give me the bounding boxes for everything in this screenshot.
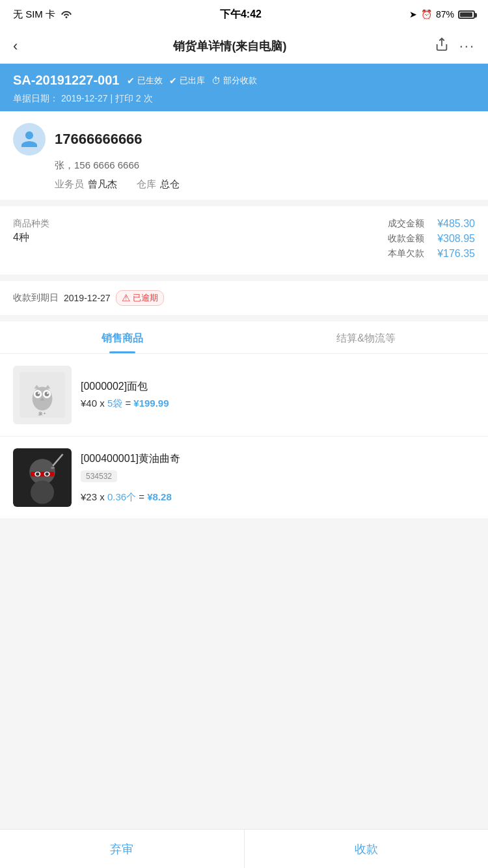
banner-date: 单据日期： 2019-12-27 | 打印 2 次 [13, 93, 475, 105]
amount-label: 成交金额 [388, 218, 424, 230]
abandon-review-label: 弃审 [110, 841, 133, 857]
clock-icon: ⏱ [211, 75, 221, 86]
collect-payment-label: 收款 [355, 841, 378, 857]
summary-card: 商品种类 4种 成交金额 ¥485.30 收款金额 ¥308.95 本单欠款 ¥… [0, 206, 488, 275]
product-name-2: [000400001]黄油曲奇 [81, 452, 475, 466]
location-icon: ➤ [409, 9, 417, 20]
battery-icon [458, 10, 475, 19]
wifi-icon [61, 9, 72, 20]
received-value: ¥308.95 [437, 233, 475, 245]
date-label: 单据日期： [13, 93, 59, 103]
svg-rect-22 [51, 467, 55, 469]
svg-point-18 [36, 472, 39, 476]
product-title-2: 黄油曲奇 [139, 453, 180, 464]
price-total-1: ¥199.99 [133, 398, 169, 409]
banner-badges: ✔ 已生效 ✔ 已出库 ⏱ 部分收款 [127, 75, 257, 87]
table-row: [000400001]黄油曲奇 534532 ¥23 x 0.36个 = ¥8.… [0, 437, 488, 519]
price-qty-1: 5袋 [107, 398, 122, 409]
svg-point-4 [36, 392, 40, 396]
print-count: 2 [136, 93, 141, 103]
sku-badge-container: 534532 [81, 470, 475, 487]
check-icon-2: ✔ [169, 75, 177, 86]
tab-sales-products[interactable]: 销售商品 [0, 321, 244, 353]
badge-shipped: ✔ 已出库 [169, 75, 205, 87]
tab-sales-label: 销售商品 [102, 332, 143, 344]
product-info-2: [000400001]黄油曲奇 534532 ¥23 x 0.36个 = ¥8.… [81, 452, 475, 504]
price-x-1: x [100, 398, 107, 409]
customer-avatar [13, 123, 46, 156]
staff-label: 业务员 [55, 178, 84, 191]
status-right: ➤ ⏰ 87% [409, 9, 475, 20]
header-banner: SA-20191227-001 ✔ 已生效 ✔ 已出库 ⏱ 部分收款 单据日期：… [0, 64, 488, 111]
category-count: 4种 [13, 231, 49, 245]
alarm-icon: ⏰ [421, 9, 432, 20]
sku-badge: 534532 [81, 470, 117, 482]
product-code-1: [0000002] [81, 381, 127, 392]
debt-label: 本单欠款 [388, 248, 424, 260]
price-eq-2: = [139, 491, 147, 502]
badge-active: ✔ 已生效 [127, 75, 163, 87]
badge-partial-text: 部分收款 [223, 75, 257, 87]
product-info-1: [0000002]面包 ¥40 x 5袋 = ¥199.99 [81, 380, 475, 410]
due-date-card: 收款到期日 2019-12-27 ⚠ 已逾期 [0, 281, 488, 315]
customer-info-card: 17666666666 张，156 6666 6666 业务员 曾凡杰 仓库 总… [0, 111, 488, 200]
price-x-2: x [100, 491, 107, 502]
abandon-review-button[interactable]: 弃审 [0, 830, 245, 868]
print-suffix: 次 [144, 93, 153, 103]
amount-row: 成交金额 ¥485.30 [388, 218, 475, 230]
customer-name: 17666666666 [55, 131, 142, 148]
product-name-1: [0000002]面包 [81, 380, 475, 394]
staff-row: 业务员 曾凡杰 仓库 总仓 [13, 178, 475, 191]
badge-shipped-text: 已出库 [180, 75, 205, 87]
product-price-1: ¥40 x 5袋 = ¥199.99 [81, 398, 475, 410]
staff-name: 曾凡杰 [88, 178, 117, 191]
svg-point-6 [38, 392, 40, 394]
status-left: 无 SIM 卡 [13, 8, 72, 21]
svg-point-20 [31, 481, 54, 504]
price-base-1: ¥40 [81, 398, 97, 409]
product-thumb-2 [13, 448, 72, 507]
page-title: 销货单详情(来自电脑) [25, 38, 434, 54]
category-label: 商品种类 [13, 218, 49, 230]
product-title-1: 面包 [127, 381, 148, 392]
products-list: 象+ [0000002]面包 ¥40 x 5袋 = ¥199.99 [0, 354, 488, 519]
overdue-badge: ⚠ 已逾期 [116, 290, 164, 306]
price-base-2: ¥23 [81, 491, 97, 502]
svg-point-5 [45, 392, 49, 396]
customer-row: 17666666666 [13, 123, 475, 156]
more-button[interactable]: ··· [459, 38, 475, 55]
price-eq-1: = [125, 398, 133, 409]
nav-bar: ‹ 销货单详情(来自电脑) ··· [0, 29, 488, 64]
print-label: | 打印 [110, 93, 133, 103]
warehouse-name: 总仓 [160, 178, 180, 191]
warehouse-label: 仓库 [137, 178, 156, 191]
due-date-value: 2019-12-27 [64, 293, 111, 303]
check-icon-1: ✔ [127, 75, 135, 86]
order-id: SA-20191227-001 [13, 73, 119, 88]
carrier-text: 无 SIM 卡 [13, 8, 55, 21]
back-button[interactable]: ‹ [13, 33, 25, 60]
badge-partial: ⏱ 部分收款 [211, 75, 257, 87]
tabs-container: 销售商品 结算&物流等 [0, 321, 488, 354]
badge-active-text: 已生效 [137, 75, 163, 87]
debt-value: ¥176.35 [437, 248, 475, 260]
price-total-2: ¥8.28 [147, 491, 172, 502]
summary-left: 商品种类 4种 [13, 218, 49, 245]
product-code-2: [000400001] [81, 453, 139, 464]
share-button[interactable] [435, 37, 449, 55]
received-label: 收款金额 [388, 233, 424, 245]
bottom-bar: 弃审 收款 [0, 829, 488, 868]
status-time: 下午4:42 [220, 8, 262, 21]
svg-point-7 [47, 392, 49, 394]
received-row: 收款金额 ¥308.95 [388, 233, 475, 245]
amount-value: ¥485.30 [437, 218, 475, 230]
debt-row: 本单欠款 ¥176.35 [388, 248, 475, 260]
battery-percent: 87% [436, 9, 454, 20]
collect-payment-button[interactable]: 收款 [245, 830, 489, 868]
customer-detail: 张，156 6666 6666 [13, 159, 475, 172]
tab-settlement-label: 结算&物流等 [336, 332, 396, 344]
overdue-icon: ⚠ [122, 292, 130, 304]
overdue-text: 已逾期 [133, 292, 158, 304]
date-value: 2019-12-27 [61, 93, 108, 103]
tab-settlement[interactable]: 结算&物流等 [244, 321, 488, 353]
